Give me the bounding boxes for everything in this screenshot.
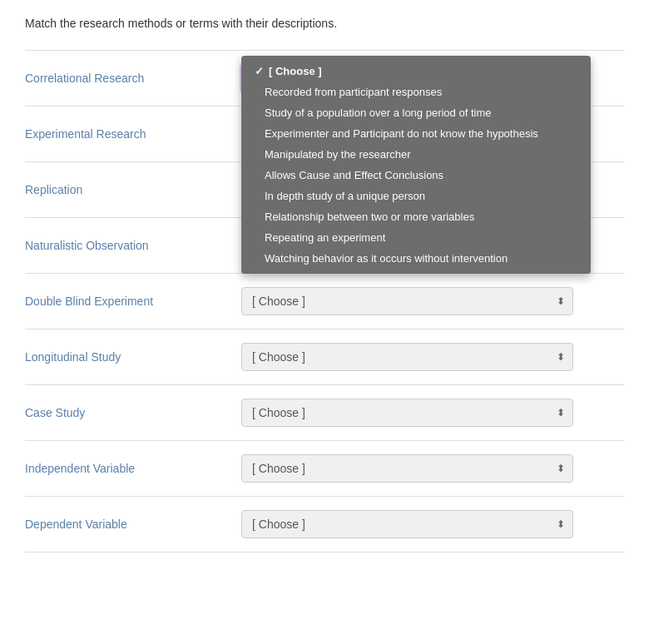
select-wrapper-dependent: [ Choose ] Recorded from participant res… <box>241 510 573 538</box>
term-replication: Replication <box>25 183 241 196</box>
select-double-blind[interactable]: [ Choose ] Recorded from participant res… <box>241 287 573 315</box>
row-longitudinal: Longitudinal Study [ Choose ] Recorded f… <box>25 329 624 384</box>
instruction-text: Match the research methods or terms with… <box>25 17 624 30</box>
term-experimental: Experimental Research <box>25 127 241 141</box>
select-independent[interactable]: [ Choose ] Recorded from participant res… <box>241 454 573 483</box>
term-case-study: Case Study <box>25 406 241 419</box>
menu-item-choose[interactable]: [ Choose ] <box>241 61 591 82</box>
term-correlational: Correlational Research <box>25 72 241 85</box>
row-case-study: Case Study [ Choose ] Recorded from part… <box>25 384 624 440</box>
menu-item-3[interactable]: Experimenter and Participant do not know… <box>241 123 591 144</box>
term-longitudinal: Longitudinal Study <box>25 350 241 364</box>
term-dependent: Dependent Variable <box>25 518 241 531</box>
row-correlational: Correlational Research [ Choose ] Record… <box>25 50 624 106</box>
menu-item-6[interactable]: In depth study of a unique person <box>241 186 591 206</box>
select-wrapper-case-study: [ Choose ] Recorded from participant res… <box>241 399 573 427</box>
row-double-blind: Double Blind Experiment [ Choose ] Recor… <box>25 273 624 329</box>
term-double-blind: Double Blind Experiment <box>25 295 241 308</box>
select-case-study[interactable]: [ Choose ] Recorded from participant res… <box>241 399 573 427</box>
select-wrapper-independent: [ Choose ] Recorded from participant res… <box>241 454 573 483</box>
term-independent: Independent Variable <box>25 462 241 475</box>
menu-item-4[interactable]: Manipulated by the researcher <box>241 144 591 165</box>
row-dependent: Dependent Variable [ Choose ] Recorded f… <box>25 496 624 552</box>
menu-item-8[interactable]: Repeating an experiment <box>241 227 591 248</box>
select-wrapper-longitudinal: [ Choose ] Recorded from participant res… <box>241 343 573 371</box>
match-table: Correlational Research [ Choose ] Record… <box>25 50 624 552</box>
select-longitudinal[interactable]: [ Choose ] Recorded from participant res… <box>241 343 573 371</box>
menu-item-5[interactable]: Allows Cause and Effect Conclusions <box>241 165 591 186</box>
menu-item-1[interactable]: Recorded from participant responses <box>241 82 591 102</box>
menu-item-2[interactable]: Study of a population over a long period… <box>241 102 591 123</box>
dropdown-container-correlational: [ Choose ] Recorded from participant res… <box>241 64 573 92</box>
menu-item-7[interactable]: Relationship between two or more variabl… <box>241 206 591 227</box>
select-dependent[interactable]: [ Choose ] Recorded from participant res… <box>241 510 573 538</box>
dropdown-menu-correlational[interactable]: [ Choose ] Recorded from participant res… <box>241 56 591 274</box>
term-naturalistic: Naturalistic Observation <box>25 239 241 252</box>
select-wrapper-double-blind: [ Choose ] Recorded from participant res… <box>241 287 573 315</box>
row-independent: Independent Variable [ Choose ] Recorded… <box>25 440 624 496</box>
menu-item-9[interactable]: Watching behavior as it occurs without i… <box>241 248 591 269</box>
